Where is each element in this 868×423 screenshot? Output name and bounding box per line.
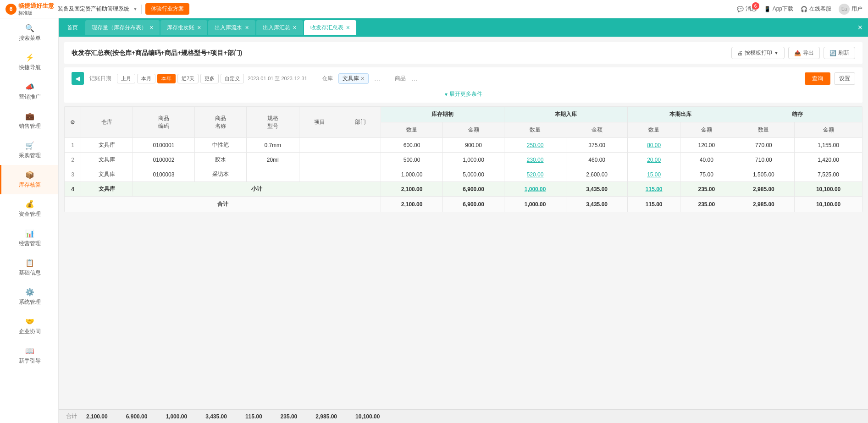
sidebar-item-operations[interactable]: 📊 经营管理	[0, 224, 58, 253]
table-container: ⚙ 仓库 商品编码 商品名称 规格型号 项目 部门 库存期初 本期入库 本期出库	[64, 106, 862, 212]
print-template-button[interactable]: 🖨 按模板打印 ▼	[731, 47, 785, 59]
expand-more-btn[interactable]: ▾ 展开更多条件	[445, 90, 482, 98]
sidebar-item-enterprise[interactable]: 🤝 企业协同	[0, 312, 58, 341]
sidebar-item-basicinfo[interactable]: 📋 基础信息	[0, 253, 58, 282]
export-button[interactable]: 📤 导出	[788, 47, 820, 59]
out-qty-link[interactable]: 20.00	[647, 157, 661, 163]
refresh-icon: 🔄	[829, 50, 836, 56]
col-out-qty: 数量	[628, 122, 680, 138]
subtotal-bal-amt: 10,100.00	[795, 182, 862, 197]
tab-summary[interactable]: 出入库汇总 ×	[256, 20, 303, 35]
subtotal-opening-amt: 6,900.00	[442, 182, 504, 197]
row-out-qty[interactable]: 20.00	[628, 153, 680, 167]
refresh-button[interactable]: 🔄 刷新	[824, 47, 855, 59]
row-out-qty[interactable]: 15.00	[628, 167, 680, 182]
search-icon: 🔍	[25, 24, 34, 33]
row-opening-amt: 900.00	[442, 138, 504, 153]
total-in-amt: 3,435.00	[205, 413, 227, 420]
row-dept	[340, 153, 381, 167]
row-name: 胶水	[194, 153, 246, 167]
filter-toggle-btn[interactable]: ◀	[72, 72, 84, 85]
date-btn-this-year[interactable]: 本年	[157, 74, 176, 83]
tab-home-label: 首页	[67, 24, 78, 32]
system-title[interactable]: 装备及固定资产辅助管理系统 ▼	[58, 5, 138, 13]
table-row: 3 文具库 0100003 采访本 1,000.00 5,000.00 520.…	[65, 167, 862, 182]
sidebar-item-search[interactable]: 🔍 搜索菜单	[0, 18, 58, 48]
row-opening-qty: 500.00	[381, 153, 443, 167]
date-btn-custom[interactable]: 自定义	[221, 74, 244, 83]
table-row: 1 文具库 0100001 中性笔 0.7mm 600.00 900.00 25…	[65, 138, 862, 153]
message-item[interactable]: 💬 消息 6	[737, 5, 757, 13]
row-opening-qty: 1,000.00	[381, 167, 443, 182]
print-icon: 🖨	[737, 50, 743, 56]
subtotal-label: 小计	[133, 182, 381, 197]
tab-summary-close[interactable]: ×	[293, 24, 297, 31]
sidebar-item-inventory[interactable]: 📦 库存核算	[0, 165, 58, 194]
finance-icon: 💰	[25, 200, 34, 209]
foot-opening-qty: 2,100.00	[381, 197, 443, 212]
out-qty-link[interactable]: 80.00	[647, 142, 661, 148]
warehouse-filter-label: 仓库	[322, 75, 333, 82]
row-bal-qty: 770.00	[733, 138, 795, 153]
col-group-in: 本期入库	[504, 107, 628, 122]
sidebar-item-quicknav[interactable]: ⚡ 快捷导航	[0, 48, 58, 77]
page-header: 收发存汇总表(按仓库+商品编码+商品+规格型号+项目+部门) 🖨 按模板打印 ▼…	[64, 42, 862, 64]
phone-icon: 📱	[764, 6, 771, 12]
warehouse-ellipsis[interactable]: ...	[374, 74, 380, 82]
row-bal-amt: 1,420.00	[795, 153, 862, 167]
trial-button[interactable]: 体验行业方案	[145, 3, 189, 15]
tab-batch[interactable]: 库存批次账 ×	[160, 20, 207, 35]
tab-inventory-dist-label: 现存量（库存分布表）	[92, 24, 147, 32]
app-download-item[interactable]: 📱 App下载	[764, 5, 793, 13]
product-ellipsis[interactable]: ...	[411, 74, 417, 82]
date-btn-7days[interactable]: 近7天	[177, 74, 199, 83]
query-button[interactable]: 查询	[805, 72, 830, 85]
in-qty-link[interactable]: 230.00	[527, 157, 544, 163]
date-btn-this-month[interactable]: 本月	[137, 74, 155, 83]
tab-flow[interactable]: 出入库流水 ×	[208, 20, 255, 35]
tab-flow-close[interactable]: ×	[245, 24, 249, 31]
filter-settings-button[interactable]: 设置	[834, 72, 855, 85]
subtotal-bal-qty: 2,985.00	[733, 182, 795, 197]
row-spec: 20ml	[246, 153, 299, 167]
row-in-qty[interactable]: 250.00	[504, 138, 566, 153]
sidebar-item-system[interactable]: ⚙️ 系统管理	[0, 282, 58, 312]
print-dropdown-icon: ▼	[774, 50, 779, 55]
row-bal-amt: 1,155.00	[795, 138, 862, 153]
col-group-out: 本期出库	[628, 107, 733, 122]
date-btn-more[interactable]: 更多	[200, 74, 219, 83]
tab-receipt-summary[interactable]: 收发存汇总表 ×	[304, 20, 356, 35]
tab-batch-close[interactable]: ×	[197, 24, 201, 31]
row-bal-qty: 1,505.00	[733, 167, 795, 182]
row-in-qty[interactable]: 520.00	[504, 167, 566, 182]
sidebar-item-finance-label: 资金管理	[19, 210, 41, 218]
sidebar-item-sales[interactable]: 💼 销售管理	[0, 106, 58, 136]
row-code: 0100002	[133, 153, 195, 167]
logo: 6 畅捷通好生意 标准版	[6, 2, 54, 16]
row-out-qty[interactable]: 80.00	[628, 138, 680, 153]
sidebar-item-guide[interactable]: 📖 新手引导	[0, 341, 58, 370]
tab-receipt-summary-close[interactable]: ×	[346, 24, 350, 31]
sidebar-item-purchase[interactable]: 🛒 采购管理	[0, 136, 58, 165]
subtotal-in-qty-link[interactable]: 1,000.00	[525, 186, 546, 192]
date-btn-last-month[interactable]: 上月	[117, 74, 135, 83]
total-values: 2,100.00 6,900.00 1,000.00 3,435.00 115.…	[86, 413, 380, 420]
warehouse-tag-close[interactable]: ×	[361, 75, 365, 82]
tab-flow-label: 出入库流水	[215, 24, 242, 32]
user-label: 用户	[851, 5, 862, 13]
sidebar-item-marketing[interactable]: 📣 营销推广	[0, 77, 58, 106]
tab-inventory-dist-close[interactable]: ×	[149, 24, 153, 31]
in-qty-link[interactable]: 520.00	[527, 171, 544, 178]
online-support-item[interactable]: 🎧 在线客服	[801, 5, 831, 13]
sales-icon: 💼	[25, 112, 34, 121]
user-item[interactable]: Ea 用户	[839, 4, 862, 15]
subtotal-out-qty-link[interactable]: 115.00	[646, 186, 663, 192]
in-qty-link[interactable]: 250.00	[527, 142, 544, 148]
tab-inventory-dist[interactable]: 现存量（库存分布表） ×	[85, 20, 160, 35]
close-all-tabs[interactable]: ×	[854, 23, 866, 33]
online-support-label: 在线客服	[809, 5, 831, 13]
row-in-qty[interactable]: 230.00	[504, 153, 566, 167]
out-qty-link[interactable]: 15.00	[647, 171, 661, 178]
tab-home[interactable]: 首页	[61, 20, 84, 35]
sidebar-item-finance[interactable]: 💰 资金管理	[0, 194, 58, 224]
